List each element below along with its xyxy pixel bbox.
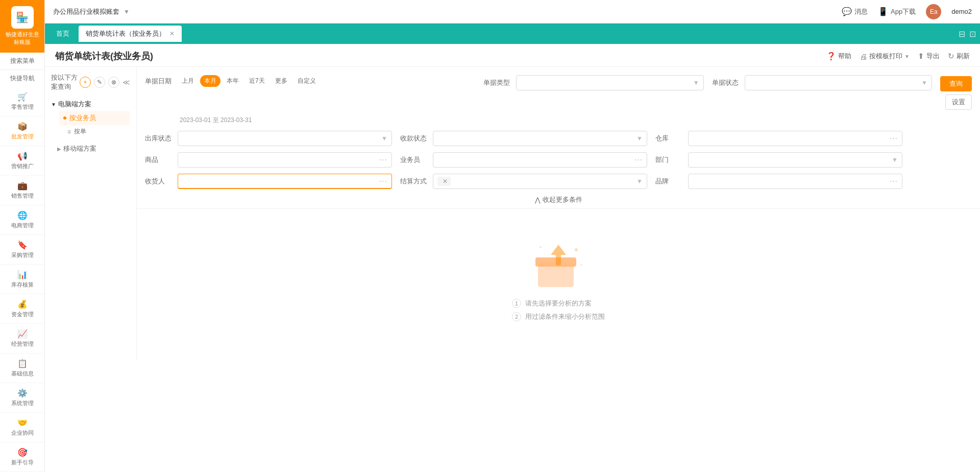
tab-close-icon[interactable]: ✕: [169, 30, 175, 37]
doc-status-input[interactable]: ▼: [745, 75, 932, 90]
logo-text: 畅捷通好生意: [6, 31, 39, 38]
query-button[interactable]: 查询: [940, 76, 972, 91]
user-avatar[interactable]: Ea: [926, 4, 941, 19]
logo-sub: 标账版: [14, 38, 31, 46]
filter-panel-header: 按以下方案查询 + ✎ ⊗ ≪: [45, 73, 136, 96]
content-area: 按以下方案查询 + ✎ ⊗ ≪ ▼ 电脑端方案: [45, 67, 980, 360]
ecommerce-label: 电商管理: [11, 222, 34, 229]
edit-scheme-button[interactable]: ✎: [94, 77, 105, 88]
sidebar-item-purchase[interactable]: 🔖 采购管理: [0, 235, 44, 265]
date-last7[interactable]: 近7天: [245, 75, 269, 87]
dept-input[interactable]: ▼: [688, 152, 902, 168]
date-this-month[interactable]: 本月: [200, 75, 220, 87]
app-download-action[interactable]: 📱 App下载: [878, 7, 916, 16]
settlement-tag-remove[interactable]: ✕: [443, 178, 448, 185]
date-group: 上月 本月 本年 近7天 更多 自定义: [178, 75, 475, 87]
sidebar-item-wholesale[interactable]: 📦 批发管理: [0, 116, 44, 146]
delete-scheme-button[interactable]: ⊗: [108, 77, 119, 88]
svg-point-5: [580, 264, 582, 266]
empty-steps: 1 请先选择要分析的方案 2 用过滤条件来缩小分析范围: [512, 299, 605, 321]
sidebar-item-inventory[interactable]: 📊 库存核算: [0, 265, 44, 294]
sidebar-item-ecommerce[interactable]: 🌐 电商管理: [0, 205, 44, 235]
sidebar-item-operation[interactable]: 📈 经营管理: [0, 324, 44, 353]
tab-sales-stat[interactable]: 销货单统计表（按业务员） ✕: [79, 26, 182, 42]
tab-maximize-icon[interactable]: ⊡: [969, 29, 976, 39]
scheme-salesperson-label: 按业务员: [69, 113, 96, 123]
doc-type-label: 单据类型: [483, 78, 512, 87]
help-action[interactable]: ❓ 帮助: [826, 52, 851, 61]
download-icon: 📱: [878, 7, 888, 16]
brand-filter-item: 品牌 ···: [655, 174, 902, 189]
mobile-scheme-label: 移动端方案: [63, 144, 96, 153]
sidebar-item-enterprise[interactable]: 🤝 企业协同: [0, 413, 44, 442]
quick-nav[interactable]: 快捷导航: [0, 70, 44, 87]
collapse-button[interactable]: ⋀ 收起更多条件: [535, 195, 582, 204]
sidebar-item-retail[interactable]: 🛒 零售管理: [0, 87, 44, 116]
message-icon: 💬: [842, 7, 852, 16]
empty-step-1: 1 请先选择要分析的方案: [512, 299, 605, 308]
action-buttons: 查询 设置: [940, 75, 972, 110]
date-this-year[interactable]: 本年: [223, 75, 243, 87]
doc-type-input[interactable]: ▼: [516, 75, 703, 90]
sidebar-item-finance[interactable]: 💰 资金管理: [0, 294, 44, 324]
print-chevron-icon[interactable]: ▼: [904, 54, 910, 59]
scheme-by-salesperson[interactable]: 按业务员: [59, 111, 130, 125]
finance-icon: 💰: [17, 299, 28, 309]
desktop-scheme-parent[interactable]: ▼ 电脑端方案: [51, 98, 130, 111]
date-last-month[interactable]: 上月: [178, 75, 198, 87]
company-name: 办公用品行业模拟账套: [53, 7, 119, 16]
sidebar-item-system[interactable]: ⚙️ 系统管理: [0, 383, 44, 413]
goods-input[interactable]: ···: [178, 152, 392, 168]
tab-home[interactable]: 首页: [49, 26, 77, 42]
settlement-input[interactable]: ✕ ▼: [433, 174, 647, 189]
message-action[interactable]: 💬 消息: [842, 7, 868, 16]
doc-status-label: 单据状态: [712, 78, 741, 87]
username[interactable]: demo2: [951, 8, 972, 15]
sidebar-item-basic[interactable]: 📋 基础信息: [0, 353, 44, 383]
scheme-by-order[interactable]: ≡ 按单: [59, 125, 130, 138]
settings-button[interactable]: 设置: [945, 95, 972, 110]
out-status-input[interactable]: ▼: [178, 131, 392, 146]
brand-input[interactable]: ···: [688, 174, 902, 189]
template-print-action[interactable]: 🖨 按模板打印 ▼: [860, 52, 910, 61]
consignee-input[interactable]: ···: [178, 174, 392, 189]
sidebar-item-marketing[interactable]: 📢 营销推广: [0, 146, 44, 176]
svg-point-3: [575, 248, 578, 251]
date-custom[interactable]: 自定义: [293, 75, 320, 87]
order-scheme-icon: ≡: [67, 128, 71, 135]
panel-collapse-button[interactable]: ≪: [122, 78, 130, 86]
salesperson-input[interactable]: ···: [433, 152, 647, 168]
dept-chevron-icon: ▼: [892, 156, 898, 163]
doc-status-chevron-icon: ▼: [921, 79, 927, 86]
export-action[interactable]: ⬆ 导出: [918, 52, 940, 61]
enterprise-label: 企业协同: [11, 429, 34, 437]
user-initials: Ea: [930, 8, 938, 15]
mobile-scheme-parent[interactable]: ▶ 移动端方案: [57, 142, 124, 155]
collapse-row: ⋀ 收起更多条件: [145, 193, 972, 208]
search-menu[interactable]: 搜索菜单: [0, 53, 44, 70]
date-more[interactable]: 更多: [271, 75, 291, 87]
refresh-action[interactable]: ↻ 刷新: [948, 52, 970, 61]
sales-label: 销售管理: [11, 192, 34, 200]
sidebar-item-newguide[interactable]: 🎯 新手引导: [0, 442, 44, 472]
doc-status-control: ▼: [745, 75, 932, 90]
receipt-status-input[interactable]: ▼: [433, 131, 647, 146]
settlement-label: 结算方式: [400, 177, 429, 186]
company-chevron-icon[interactable]: ▼: [124, 8, 130, 15]
sidebar-item-sales[interactable]: 💼 销售管理: [0, 176, 44, 205]
brand-control: ···: [688, 174, 902, 189]
dept-label: 部门: [655, 155, 684, 164]
tab-minimize-icon[interactable]: ⊟: [959, 29, 965, 39]
newguide-icon: 🎯: [17, 447, 28, 457]
purchase-label: 采购管理: [11, 251, 34, 259]
warehouse-input[interactable]: ···: [688, 131, 902, 146]
scheme-order-label: 按单: [74, 127, 86, 136]
inner-page: 销货单统计表(按业务员) ❓ 帮助 🖨 按模板打印 ▼ ⬆ 导出: [45, 44, 980, 472]
add-scheme-button[interactable]: +: [80, 77, 91, 88]
receipt-status-control: ▼: [433, 131, 647, 146]
logo-icon: 🏪: [11, 6, 34, 29]
ecommerce-icon: 🌐: [17, 210, 28, 220]
marketing-icon: 📢: [17, 151, 28, 161]
refresh-label: 刷新: [957, 52, 970, 61]
desktop-scheme-label: 电脑端方案: [58, 100, 91, 109]
